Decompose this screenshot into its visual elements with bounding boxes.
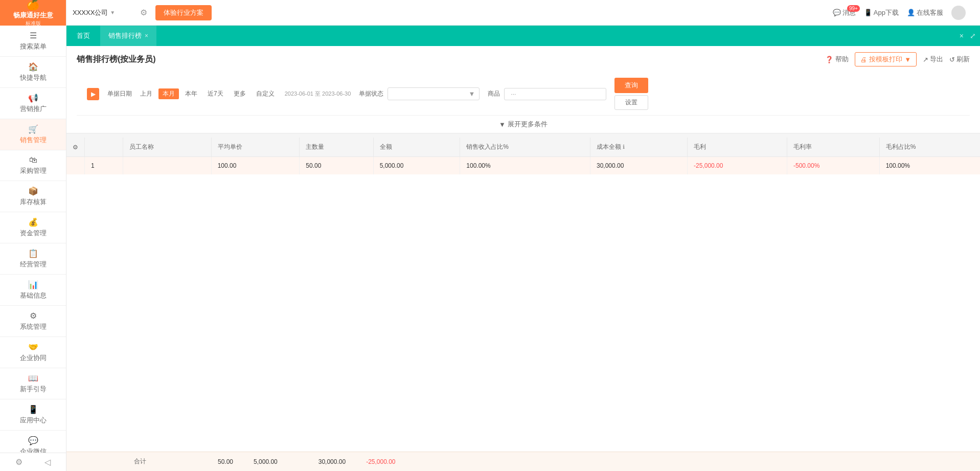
company-dropdown-icon: ▼	[110, 10, 115, 15]
sidebar-label-sales: 销售管理	[20, 136, 47, 145]
expand-label: 展开更多条件	[508, 120, 548, 129]
message-icon: 💬	[833, 9, 841, 16]
sidebar-item-quicknav[interactable]: 🏠快捷导航	[0, 57, 66, 88]
status-select-arrow: ▼	[468, 90, 475, 98]
refresh-label: 刷新	[956, 55, 970, 64]
page-title: 销售排行榜(按业务员)	[77, 54, 156, 65]
help-button[interactable]: ❓ 帮助	[825, 55, 849, 64]
page-content: 销售排行榜(按业务员) ❓ 帮助 🖨 按模板打印 ▼ ↗ 导出	[66, 46, 980, 471]
date-opt-current-month[interactable]: 本月	[158, 88, 179, 99]
tab-home[interactable]: 首页	[66, 26, 100, 46]
date-opt-more[interactable]: 更多	[230, 88, 250, 99]
sidebar-label-collab: 企业协同	[20, 353, 47, 363]
sidebar-label-system: 系统管理	[20, 322, 47, 331]
help-label: 帮助	[835, 55, 849, 64]
cell-gross-pct-0: 100.00%	[879, 157, 980, 175]
tab-bar: 首页 销售排行榜 × × ⤢	[66, 26, 980, 46]
date-opt-current-year[interactable]: 本年	[181, 88, 201, 99]
cell-sales-pct-0: 100.00%	[460, 157, 590, 175]
sidebar-item-inventory[interactable]: 📦库存核算	[0, 181, 66, 212]
avatar[interactable]	[951, 6, 966, 20]
sidebar-item-basics[interactable]: 📊基础信息	[0, 275, 66, 306]
collapse-sidebar-icon[interactable]: ◁	[44, 457, 51, 467]
sidebar-item-system[interactable]: ⚙系统管理	[0, 306, 66, 337]
sidebar-item-sales[interactable]: 🛒销售管理	[0, 119, 66, 150]
th-gross-pct: 毛利占比%	[879, 138, 980, 157]
tab-close-icon[interactable]: ×	[145, 32, 148, 39]
sidebar-label-finance: 资金管理	[20, 229, 47, 238]
th-amount: 全额	[373, 138, 460, 157]
trial-button[interactable]: 体验行业方案	[155, 5, 212, 20]
cell-amount-0: 5,000.00	[373, 157, 460, 175]
message-button[interactable]: 💬 消息 99+	[833, 8, 856, 17]
sidebar-item-operations[interactable]: 📋经营管理	[0, 243, 66, 275]
footer-amount: 5,000.00	[254, 458, 278, 465]
service-label: 在线客服	[917, 8, 943, 17]
expand-more-filters-button[interactable]: ▼ 展开更多条件	[77, 115, 970, 133]
company-name: XXXXX公司	[73, 8, 108, 17]
th-gear[interactable]: ⚙	[66, 138, 85, 157]
goods-filter-group: 商品 ···	[488, 88, 606, 100]
filter-collapse-button[interactable]: ▶	[87, 88, 99, 100]
sidebar-item-finance[interactable]: 💰资金管理	[0, 212, 66, 243]
goods-select[interactable]: ···	[504, 88, 606, 100]
sidebar-label-purchase: 采购管理	[20, 166, 47, 175]
date-opt-custom[interactable]: 自定义	[252, 88, 279, 99]
cell-avg-price-0: 100.00	[211, 157, 300, 175]
sidebar-item-apps[interactable]: 📱应用中心	[0, 399, 66, 431]
sidebar-item-search[interactable]: ☰搜索菜单	[0, 26, 66, 57]
th-sales-pct: 销售收入占比%	[460, 138, 590, 157]
app-download-label: App下载	[874, 8, 899, 17]
date-opt-last-month[interactable]: 上月	[136, 88, 156, 99]
sidebar: 🍊 畅康通好生意 标准版 ☰搜索菜单🏠快捷导航📢营销推广🛒销售管理🛍采购管理📦库…	[0, 0, 66, 471]
inventory-icon: 📦	[28, 186, 38, 196]
print-button[interactable]: 🖨 按模板打印 ▼	[855, 52, 917, 66]
sidebar-item-marketing[interactable]: 📢营销推广	[0, 88, 66, 119]
table-footer: 合计 50.00 5,000.00 30,000.00 -25,000.00	[66, 452, 980, 471]
sidebar-item-collab[interactable]: 🤝企业协同	[0, 337, 66, 368]
service-icon: 👤	[907, 9, 915, 16]
sidebar-item-purchase[interactable]: 🛍采购管理	[0, 150, 66, 181]
date-range-display: 2023-06-01 至 2023-06-30	[285, 90, 351, 98]
app-download-button[interactable]: 📱 App下载	[864, 8, 899, 17]
query-button[interactable]: 查询	[614, 78, 648, 93]
export-label: 导出	[930, 55, 943, 64]
refresh-button[interactable]: ↺ 刷新	[949, 55, 970, 64]
expand-window-icon[interactable]: ⤢	[970, 32, 976, 40]
th-gross: 毛利	[688, 138, 787, 157]
th-gross-rate: 毛利率	[787, 138, 879, 157]
cell-gross-rate-0: -500.00%	[787, 157, 879, 175]
sidebar-label-apps: 应用中心	[20, 416, 47, 425]
status-filter-group: 单据状态 ▼	[359, 87, 480, 100]
print-label: 按模板打印	[869, 55, 902, 64]
th-rank	[85, 138, 123, 157]
wechat-icon: 💬	[28, 436, 38, 445]
company-gear-icon[interactable]: ⚙	[140, 8, 147, 17]
setting-button[interactable]: 设置	[614, 95, 648, 110]
settings-bottom-icon[interactable]: ⚙	[15, 457, 22, 467]
goods-more-icon[interactable]: ···	[511, 91, 516, 98]
print-icon: 🖨	[860, 56, 867, 63]
export-icon: ↗	[923, 56, 928, 63]
status-filter-label: 单据状态	[359, 89, 383, 98]
close-window-icon[interactable]: ×	[960, 32, 964, 40]
logo-title: 畅康通好生意	[13, 11, 53, 20]
footer-total-label: 合计	[134, 457, 146, 466]
status-select[interactable]: ▼	[388, 87, 480, 100]
sidebar-item-guide[interactable]: 📖新手引导	[0, 368, 66, 399]
th-avg-price: 平均单价	[211, 138, 300, 157]
goods-filter-label: 商品	[488, 89, 500, 98]
sidebar-item-wechat[interactable]: 💬企业微信	[0, 431, 66, 453]
message-badge: 99+	[847, 5, 860, 12]
online-service-button[interactable]: 👤 在线客服	[907, 8, 943, 17]
page-header: 销售排行榜(按业务员) ❓ 帮助 🖨 按模板打印 ▼ ↗ 导出	[66, 46, 980, 133]
page-actions: ❓ 帮助 🖨 按模板打印 ▼ ↗ 导出 ↺ 刷新	[825, 52, 970, 66]
sidebar-label-basics: 基础信息	[20, 291, 47, 300]
app-download-icon: 📱	[864, 9, 872, 16]
company-selector[interactable]: XXXXX公司 ▼	[73, 8, 134, 17]
date-opt-7days[interactable]: 近7天	[203, 88, 227, 99]
help-icon: ❓	[825, 56, 833, 63]
date-filter-group: 单据日期 上月 本月 本年 近7天 更多 自定义 2023-06-01 至 20…	[107, 88, 351, 99]
export-button[interactable]: ↗ 导出	[923, 55, 943, 64]
tab-sales-ranking[interactable]: 销售排行榜 ×	[100, 26, 156, 46]
